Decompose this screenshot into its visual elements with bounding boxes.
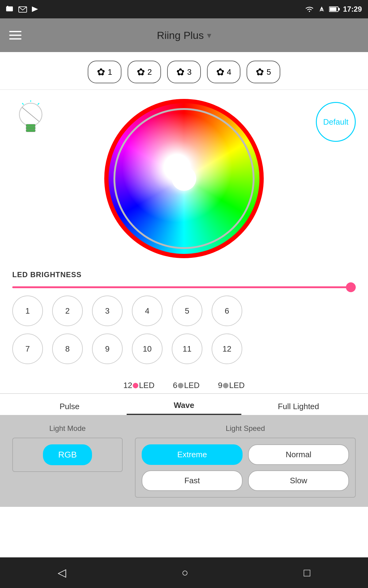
battery-icon [329,6,340,12]
led-dot-12 [133,383,138,388]
bulb-icon[interactable] [12,99,49,136]
speed-btn-normal[interactable]: Normal [248,444,349,465]
led-circle-4[interactable]: 4 [132,296,163,326]
speed-grid: Extreme Normal Fast Slow [142,444,349,491]
svg-line-9 [22,103,24,105]
default-button[interactable]: Default [316,102,356,142]
light-mode-border: RGB [12,438,123,472]
top-bar: Riing Plus ▾ [0,18,368,52]
fan-tab-5[interactable]: ✿ 5 [247,61,280,83]
light-speed-border: Extreme Normal Fast Slow [135,438,356,498]
fan-icon-3: ✿ [176,66,185,78]
led-count-tabs: 12 LED 6 LED 9 LED [0,375,368,393]
led-count-12[interactable]: 12 LED [123,381,155,390]
tab-pulse[interactable]: Pulse [12,402,127,415]
led-circle-9[interactable]: 9 [92,334,123,364]
led-circle-7[interactable]: 7 [12,334,43,364]
svg-rect-16 [26,127,35,129]
color-wheel[interactable] [104,99,264,258]
led-circle-10[interactable]: 10 [132,334,163,364]
light-mode-tabs: Pulse Wave Full Lighted [0,394,368,415]
nav-back-icon[interactable]: ◁ [58,566,66,579]
app-title: Riing Plus [157,29,204,41]
tab-wave-label: Wave [174,401,194,410]
status-bar: 17:29 [0,0,368,18]
fan-tab-label-5: 5 [266,67,271,77]
rgb-button[interactable]: RGB [43,444,92,465]
light-speed-label: Light Speed [135,424,356,433]
led-grid: 1 2 3 4 5 6 7 8 9 10 11 12 [0,292,368,375]
color-wheel-outer[interactable] [104,99,264,258]
led-dot-6 [178,383,183,388]
play-icon [31,6,39,13]
bottom-panel-row: Light Mode RGB Light Speed Extreme Norma… [12,424,356,498]
app-title-container: Riing Plus ▾ [157,29,211,41]
led-circle-2[interactable]: 2 [52,296,83,326]
mail-icon [18,6,27,13]
svg-rect-0 [6,6,13,11]
nav-bar: ◁ ○ □ [0,557,368,588]
fan-tab-label-4: 4 [227,67,231,77]
svg-line-10 [38,103,39,105]
fan-icon-1: ✿ [97,66,105,78]
light-speed-box: Light Speed Extreme Normal Fast Slow [135,424,356,498]
bottom-panel: Light Mode RGB Light Speed Extreme Norma… [0,415,368,507]
fan-tab-label-3: 3 [187,67,191,77]
fan-tabs: ✿ 1 ✿ 2 ✿ 3 ✿ 4 ✿ 5 [0,52,368,90]
led-circle-1[interactable]: 1 [12,296,43,326]
brightness-label: LED BRIGHTNESS [12,270,356,279]
svg-rect-5 [330,7,336,11]
light-mode-label: Light Mode [12,424,123,433]
led-circle-11[interactable]: 11 [172,334,202,364]
brightness-slider[interactable] [12,286,356,288]
fan-tab-label-1: 1 [108,67,112,77]
led-dot-9 [223,383,228,388]
dropdown-arrow-icon[interactable]: ▾ [207,30,211,40]
fan-icon-2: ✿ [137,66,145,78]
fan-tab-1[interactable]: ✿ 1 [88,61,121,83]
nav-home-icon[interactable]: ○ [182,566,188,579]
fan-icon-5: ✿ [256,66,264,78]
status-bar-right: 17:29 [305,5,362,13]
tab-full-lighted[interactable]: Full Lighted [241,402,356,415]
led-circle-6[interactable]: 6 [212,296,242,326]
fan-tab-2[interactable]: ✿ 2 [128,61,161,83]
tab-wave[interactable]: Wave [127,401,241,415]
led-circle-5[interactable]: 5 [172,296,202,326]
wifi-icon [305,6,314,13]
led-circle-12[interactable]: 12 [212,334,242,364]
status-bar-left [6,6,39,13]
tab-pulse-label: Pulse [59,402,79,411]
light-mode-box: Light Mode RGB [12,424,123,498]
color-wheel-center [172,166,196,191]
fan-tab-3[interactable]: ✿ 3 [167,61,201,83]
color-wheel-section: Default [0,90,368,261]
airplane-icon [317,6,326,13]
speed-btn-extreme[interactable]: Extreme [142,444,243,465]
nav-recent-icon[interactable]: □ [304,566,310,579]
svg-rect-6 [339,8,340,10]
led-circle-3[interactable]: 3 [92,296,123,326]
led-count-9[interactable]: 9 LED [218,381,245,390]
speed-btn-fast[interactable]: Fast [142,470,243,491]
speed-btn-slow[interactable]: Slow [248,470,349,491]
tab-full-lighted-label: Full Lighted [278,402,319,411]
fan-icon-4: ✿ [216,66,224,78]
svg-marker-3 [32,6,38,12]
svg-rect-15 [26,130,35,132]
fan-tab-label-2: 2 [148,67,152,77]
hamburger-menu[interactable] [9,31,21,40]
led-circle-8[interactable]: 8 [52,334,83,364]
screen-icon [6,6,15,13]
default-button-label: Default [323,117,348,127]
brightness-section: LED BRIGHTNESS [0,261,368,292]
status-time: 17:29 [343,5,362,13]
led-row-1: 1 2 3 4 5 6 [12,296,356,326]
svg-rect-17 [26,124,35,126]
led-row-2: 7 8 9 10 11 12 [12,334,356,364]
led-count-6[interactable]: 6 LED [173,381,200,390]
fan-tab-4[interactable]: ✿ 4 [207,61,240,83]
svg-rect-1 [7,6,8,7]
svg-line-11 [22,107,39,122]
color-wheel-inner[interactable] [113,108,255,249]
